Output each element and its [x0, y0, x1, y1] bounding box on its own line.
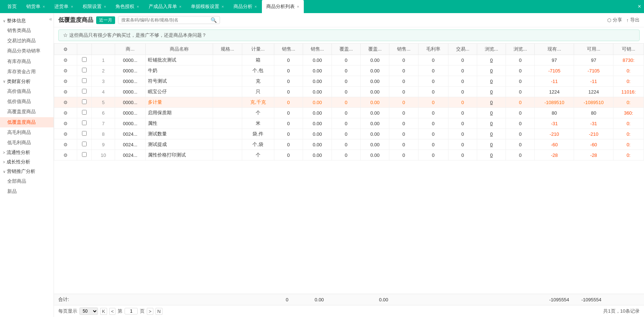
row-settings-icon[interactable]: ⚙	[54, 108, 77, 118]
row-settings-icon[interactable]: ⚙	[54, 150, 77, 161]
col-header-name[interactable]: 商品名称	[145, 44, 213, 55]
col-header-spec[interactable]: 规格...	[213, 44, 242, 55]
share-button[interactable]: ⬡ 分享	[607, 17, 622, 23]
row-settings-icon[interactable]: ⚙	[54, 129, 77, 139]
search-input[interactable]	[121, 17, 209, 23]
col-header-sales_x[interactable]: 销售...	[389, 44, 418, 55]
current-stock: 97	[535, 55, 574, 66]
browse1[interactable]: 0	[477, 66, 506, 76]
sidebar-group-整体信息[interactable]: ∨整体信息	[0, 16, 54, 25]
sidebar-item-高价值商品[interactable]: 高价值商品	[0, 86, 54, 96]
row-settings-icon[interactable]: ⚙	[54, 55, 77, 66]
browse1[interactable]: 0	[477, 118, 506, 129]
row-checkbox[interactable]	[77, 118, 92, 129]
tab-close-icon[interactable]: ×	[179, 4, 181, 9]
row-checkbox[interactable]	[77, 150, 92, 161]
tab-close-icon[interactable]: ×	[43, 4, 45, 9]
sidebar-item-销售类商品[interactable]: 销售类商品	[0, 25, 54, 36]
browse1[interactable]: 0	[477, 150, 506, 161]
page-size-select[interactable]: 2050100	[79, 308, 98, 315]
browse1[interactable]: 0	[477, 129, 506, 139]
sidebar-group-成长性分析[interactable]: >成长性分析	[0, 157, 54, 167]
period-button[interactable]: 近一月	[96, 16, 115, 24]
tab-close-icon[interactable]: ×	[104, 4, 106, 9]
row-checkbox[interactable]	[77, 55, 92, 66]
sidebar-group-营销推广分析[interactable]: ∨营销推广分析	[0, 167, 54, 176]
col-header-rownum[interactable]	[92, 44, 115, 55]
sidebar-group-流通性分析[interactable]: >流通性分析	[0, 148, 54, 157]
nav-tab-商品分析[interactable]: 商品分析×	[229, 0, 261, 13]
browse1[interactable]: 0	[477, 76, 506, 87]
browse1[interactable]: 0	[477, 108, 506, 118]
row-checkbox[interactable]	[77, 76, 92, 87]
col-header-available[interactable]: 可用...	[574, 44, 613, 55]
col-header-coverage1[interactable]: 覆盖...	[332, 44, 361, 55]
row-checkbox[interactable]	[77, 108, 92, 118]
col-header-unit[interactable]: 计量...	[242, 44, 274, 55]
row-checkbox[interactable]	[77, 97, 92, 108]
sidebar-group-类财富分析[interactable]: ∨类财富分析	[0, 77, 54, 86]
col-header-checkbox[interactable]	[77, 44, 92, 55]
nav-tab-销货单[interactable]: 销货单×	[22, 0, 49, 13]
col-header-trade[interactable]: 交易...	[448, 44, 477, 55]
col-header-browse1[interactable]: 浏览...	[477, 44, 506, 55]
col-header-sku_code[interactable]: 商...	[115, 44, 145, 55]
sidebar-item-新品[interactable]: 新品	[0, 186, 54, 197]
nav-tab-角色授权[interactable]: 角色授权×	[111, 0, 143, 13]
sidebar: « ∨整体信息销售类商品交易过的商品商品分类动销率有库存商品库存资金占用∨类财富…	[0, 13, 54, 317]
nav-tab-单据模板设置[interactable]: 单据模板设置×	[186, 0, 228, 13]
sidebar-item-库存资金占用[interactable]: 库存资金占用	[0, 67, 54, 77]
col-header-settings[interactable]: ⚙	[54, 44, 77, 55]
row-checkbox[interactable]	[77, 87, 92, 97]
col-header-sales_qty[interactable]: 销售...	[274, 44, 303, 55]
browse1[interactable]: 0	[477, 87, 506, 97]
row-settings-icon[interactable]: ⚙	[54, 87, 77, 97]
sidebar-collapse-button[interactable]: «	[49, 16, 52, 22]
row-settings-icon[interactable]: ⚙	[54, 118, 77, 129]
tab-close-icon[interactable]: ×	[137, 4, 139, 9]
col-header-current_stock[interactable]: 现有...	[535, 44, 574, 55]
sidebar-item-商品分类动销率[interactable]: 商品分类动销率	[0, 46, 54, 56]
table-wrapper[interactable]: ⚙商...商品名称规格...计量...销售...销售...覆盖...覆盖...销…	[54, 43, 644, 294]
sidebar-item-有库存商品[interactable]: 有库存商品	[0, 56, 54, 67]
browse1[interactable]: 0	[477, 139, 506, 150]
nav-tab-首页[interactable]: 首页	[3, 0, 21, 13]
col-header-gross_rate[interactable]: 毛利率	[418, 44, 448, 55]
row-settings-icon[interactable]: ⚙	[54, 97, 77, 108]
browse1[interactable]: 0	[477, 55, 506, 66]
row-settings-icon[interactable]: ⚙	[54, 66, 77, 76]
tab-close-icon[interactable]: ×	[297, 4, 299, 9]
browse1[interactable]: 0	[477, 97, 506, 108]
nav-tab-商品分析列表[interactable]: 商品分析列表×	[262, 0, 303, 13]
sidebar-item-全部商品[interactable]: 全部商品	[0, 176, 54, 186]
col-header-sales_amt[interactable]: 销售...	[303, 44, 332, 55]
sidebar-item-高覆盖度商品[interactable]: 高覆盖度商品	[0, 107, 54, 117]
sidebar-item-交易过的商品[interactable]: 交易过的商品	[0, 36, 54, 46]
tab-close-icon[interactable]: ×	[71, 4, 73, 9]
col-header-sellable[interactable]: 可销...	[613, 44, 644, 55]
prev-page-button[interactable]: <	[109, 308, 116, 315]
tab-close-icon[interactable]: ×	[255, 4, 257, 9]
row-checkbox[interactable]	[77, 129, 92, 139]
sidebar-item-低价值商品[interactable]: 低价值商品	[0, 96, 54, 107]
col-header-browse2[interactable]: 浏览...	[506, 44, 535, 55]
row-checkbox[interactable]	[77, 66, 92, 76]
sidebar-item-低毛利商品[interactable]: 低毛利商品	[0, 138, 54, 148]
last-page-button[interactable]: N	[156, 308, 162, 315]
row-checkbox[interactable]	[77, 139, 92, 150]
sidebar-item-低覆盖度商品[interactable]: 低覆盖度商品	[0, 117, 54, 127]
nav-tab-产成品入库单[interactable]: 产成品入库单×	[144, 0, 186, 13]
first-page-button[interactable]: K	[100, 308, 107, 315]
export-button[interactable]: ↑ 导出	[627, 17, 640, 23]
col-header-coverage2[interactable]: 覆盖...	[361, 44, 389, 55]
row-settings-icon[interactable]: ⚙	[54, 139, 77, 150]
next-page-button[interactable]: >	[147, 308, 153, 315]
sidebar-item-高毛利商品[interactable]: 高毛利商品	[0, 127, 54, 138]
current-page-input[interactable]	[125, 308, 138, 314]
tab-close-icon[interactable]: ×	[221, 4, 224, 9]
nav-tab-权限设置[interactable]: 权限设置×	[78, 0, 110, 13]
coverage2: 0.00	[361, 76, 389, 87]
row-settings-icon[interactable]: ⚙	[54, 76, 77, 87]
close-window-button[interactable]: ×	[638, 4, 641, 9]
nav-tab-进货单[interactable]: 进货单×	[50, 0, 77, 13]
